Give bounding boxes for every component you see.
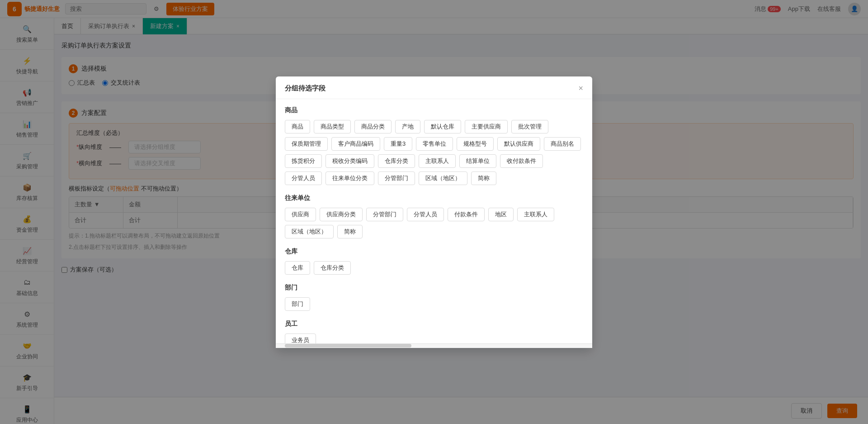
modal-section-title-partner: 往来单位 <box>285 194 583 202</box>
field-tag-商品类型[interactable]: 商品类型 <box>314 120 351 133</box>
field-tag-主联系人[interactable]: 主联系人 <box>517 208 554 221</box>
field-tag-付款条件[interactable]: 付款条件 <box>448 208 485 221</box>
field-tag-零售单位[interactable]: 零售单位 <box>416 137 453 151</box>
modal-close-button[interactable]: × <box>578 84 583 93</box>
field-tag-业务员[interactable]: 业务员 <box>285 333 316 344</box>
field-tag-规格型号[interactable]: 规格型号 <box>457 137 494 151</box>
field-tag-仓库分类[interactable]: 仓库分类 <box>378 154 415 168</box>
field-tag-批次管理[interactable]: 批次管理 <box>511 120 548 133</box>
modal-section-department: 部门部门 <box>285 284 583 311</box>
modal-body: 商品商品商品类型商品分类产地默认仓库主要供应商批次管理保质期管理客户商品编码重量… <box>276 99 592 344</box>
modal-tags-partner: 供应商供应商分类分管部门分管人员付款条件地区主联系人区域（地区）简称 <box>285 208 583 238</box>
field-tag-分管人员[interactable]: 分管人员 <box>407 208 444 221</box>
field-tag-区域（地区）[interactable]: 区域（地区） <box>285 225 334 238</box>
field-tag-主要供应商[interactable]: 主要供应商 <box>465 120 508 133</box>
field-tag-保质期管理[interactable]: 保质期管理 <box>285 137 328 151</box>
field-tag-默认仓库[interactable]: 默认仓库 <box>424 120 461 133</box>
field-tag-供应商[interactable]: 供应商 <box>285 208 316 221</box>
modal-title: 分组待选字段 <box>285 84 326 93</box>
field-tag-客户商品编码[interactable]: 客户商品编码 <box>331 137 380 151</box>
field-tag-重量3[interactable]: 重量3 <box>384 137 412 151</box>
field-tag-拣货积分[interactable]: 拣货积分 <box>285 154 322 168</box>
field-tag-商品分类[interactable]: 商品分类 <box>354 120 392 133</box>
field-tag-简称[interactable]: 简称 <box>337 225 363 238</box>
modal-scroll-bar[interactable] <box>276 343 592 348</box>
field-tag-税收分类编码[interactable]: 税收分类编码 <box>326 154 374 168</box>
modal-section-employee: 员工业务员 <box>285 320 583 344</box>
modal-section-title-product: 商品 <box>285 106 583 114</box>
field-tag-产地[interactable]: 产地 <box>395 120 420 133</box>
modal: 分组待选字段 × 商品商品商品类型商品分类产地默认仓库主要供应商批次管理保质期管… <box>276 76 592 348</box>
field-tag-往来单位分类[interactable]: 往来单位分类 <box>326 172 374 185</box>
modal-tags-product: 商品商品类型商品分类产地默认仓库主要供应商批次管理保质期管理客户商品编码重量3零… <box>285 120 583 185</box>
field-tag-分管人员[interactable]: 分管人员 <box>285 172 322 185</box>
modal-section-warehouse: 仓库仓库仓库分类 <box>285 248 583 275</box>
modal-tags-employee: 业务员 <box>285 333 583 344</box>
field-tag-分管部门[interactable]: 分管部门 <box>366 208 403 221</box>
field-tag-结算单位[interactable]: 结算单位 <box>459 154 496 168</box>
modal-section-title-warehouse: 仓库 <box>285 248 583 256</box>
field-tag-仓库分类[interactable]: 仓库分类 <box>314 261 351 275</box>
field-tag-商品[interactable]: 商品 <box>285 120 310 133</box>
modal-section-product: 商品商品商品类型商品分类产地默认仓库主要供应商批次管理保质期管理客户商品编码重量… <box>285 106 583 185</box>
field-tag-分管部门[interactable]: 分管部门 <box>378 172 415 185</box>
field-tag-部门[interactable]: 部门 <box>285 297 310 311</box>
field-tag-地区[interactable]: 地区 <box>488 208 514 221</box>
modal-section-title-employee: 员工 <box>285 320 583 328</box>
modal-header: 分组待选字段 × <box>276 76 592 99</box>
modal-section-partner: 往来单位供应商供应商分类分管部门分管人员付款条件地区主联系人区域（地区）简称 <box>285 194 583 238</box>
field-tag-仓库[interactable]: 仓库 <box>285 261 310 275</box>
field-tag-区域（地区）[interactable]: 区域（地区） <box>419 172 467 185</box>
field-tag-收付款条件[interactable]: 收付款条件 <box>500 154 543 168</box>
field-tag-简称[interactable]: 简称 <box>471 172 496 185</box>
field-tag-默认供应商[interactable]: 默认供应商 <box>497 137 540 151</box>
modal-tags-department: 部门 <box>285 297 583 311</box>
field-tag-供应商分类[interactable]: 供应商分类 <box>320 208 363 221</box>
field-tag-商品别名[interactable]: 商品别名 <box>544 137 581 151</box>
modal-tags-warehouse: 仓库仓库分类 <box>285 261 583 275</box>
field-tag-主联系人[interactable]: 主联系人 <box>419 154 456 168</box>
modal-overlay: 分组待选字段 × 商品商品商品类型商品分类产地默认仓库主要供应商批次管理保质期管… <box>0 0 868 424</box>
scroll-thumb[interactable] <box>285 344 411 348</box>
modal-section-title-department: 部门 <box>285 284 583 292</box>
